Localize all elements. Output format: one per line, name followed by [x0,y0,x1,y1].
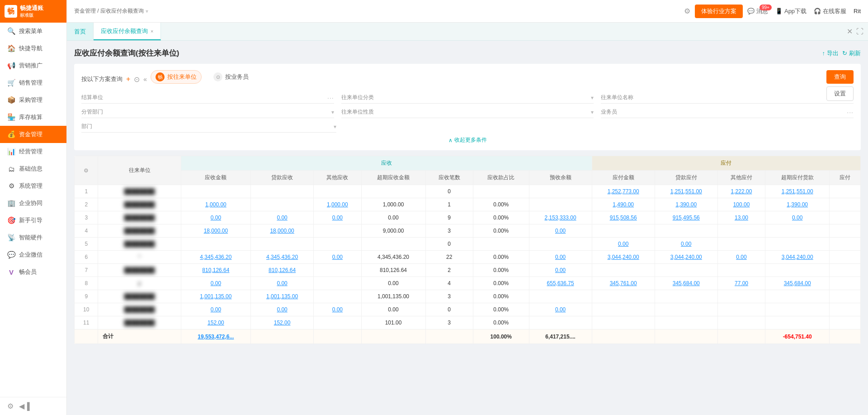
collapse-filter-button[interactable]: ∧ 收起更多条件 [448,136,487,144]
filter-field-salesperson[interactable]: 业务员 ··· [601,108,854,118]
sidebar-item-enterprise[interactable]: 🏢 企业协同 [0,195,66,212]
loan-ap-cell [655,224,717,238]
filter-field-partner-name[interactable]: 往来单位名称 [601,94,854,104]
partner-category-arrow-icon: ▾ [591,95,594,101]
sidebar-item-label: 经营管理 [19,148,42,156]
sidebar-item-guide[interactable]: 🎯 新手引导 [0,212,66,229]
overdue-ap-cell [765,316,830,329]
table-row: 4 ████████ 18,000.00 18,000.00 9,000.00 … [75,224,861,238]
loan-ar-cell: 810,126.64 [251,264,314,277]
app-download-button[interactable]: 📱 App下载 [775,7,807,15]
sidebar-item-hardware[interactable]: 📡 智能硬件 [0,229,66,246]
ar-amount-cell: 810,126.64 [181,264,250,277]
loan-ap-cell: 0.00 [655,238,717,251]
cta-button[interactable]: 体验行业方案 [695,5,743,18]
tab-close-icon[interactable]: × [151,29,153,34]
query-button[interactable]: 查询 [826,70,854,84]
ar-count-header: 应收笔数 [425,171,473,185]
partner-nature-input[interactable] [379,109,590,115]
ar-pct-cell [473,238,529,251]
sidebar-item-inventory[interactable]: 🏪 库存核算 [0,109,66,126]
filter-option-salesperson[interactable]: ⊙ 按业务员 [209,70,253,84]
row-num-7: 7 [75,264,98,277]
department-input[interactable] [119,124,332,130]
ap2-cell [830,251,861,264]
partner-nature-label: 往来单位性质 [341,108,377,116]
filter-field-dept[interactable]: 分管部门 ▾ [81,108,334,118]
settings-col-header[interactable]: ⚙ [75,156,98,185]
tab-home[interactable]: 首页 [67,23,94,40]
other-ar-cell [314,316,361,329]
footer-ar-pct: 100.00% [473,329,529,344]
tab-ar-label: 应收应付余额查询 [101,27,148,35]
filter-field-partner-category[interactable]: 往来单位分类 ▾ [341,94,594,104]
partner-name-cell: ████████ [98,316,181,329]
filter-rows: 结算单位 ··· 往来单位分类 ▾ 往来单位名称 分管部门 [81,94,854,133]
ap-amount-cell: 1,252,773.00 [592,185,655,198]
sidebar-item-search[interactable]: 🔍 搜索菜单 [0,23,66,40]
filter-option-partner[interactable]: 畅 按往来单位 [151,70,202,84]
settlement-input[interactable] [119,95,326,101]
breadcrumb-text: 资金管理 / 应收应付余额查询 [74,7,144,15]
operations-icon: 📊 [7,148,15,156]
overdue-ar-cell: 810,126.64 [361,264,425,277]
overdue-ap-header: 超期应付货款 [765,171,830,185]
overdue-ar-cell: 0.00 [361,277,425,290]
settings-button[interactable]: 设置 [826,86,854,101]
tab-ar-query[interactable]: 应收应付余额查询 × [94,23,161,40]
sidebar-item-operations[interactable]: 📊 经营管理 [0,143,66,160]
refresh-icon: ↻ [842,50,847,57]
sidebar-item-purchase[interactable]: 📦 采购管理 [0,91,66,109]
ar-pct-cell: 0.00% [473,264,529,277]
collapse-sidebar-icon[interactable]: ◀▐ [19,402,29,410]
user-name[interactable]: Rit [854,8,861,14]
filter-row-1: 结算单位 ··· 往来单位分类 ▾ 往来单位名称 [81,94,854,104]
filter-field-department[interactable]: 部门 ▾ [81,123,336,133]
ar-amount-cell [181,238,250,251]
refresh-button[interactable]: ↻ 刷新 [842,49,861,57]
partner-category-input[interactable] [379,95,590,101]
dept-input[interactable] [119,109,330,115]
sidebar-item-finance[interactable]: 💰 资金管理 [0,126,66,143]
footer-ar-total: 19,553,472,6... [181,329,250,344]
filter-add-icon[interactable]: + [126,75,130,83]
ap2-cell [830,264,861,277]
settings-bottom-icon[interactable]: ⚙ [7,402,14,410]
sidebar-item-marketing[interactable]: 📢 营销推广 [0,57,66,74]
basic-icon: 🗂 [7,165,15,173]
message-button[interactable]: 💬 消息 99+ [747,7,768,15]
sidebar-item-wechat[interactable]: 💬 企业微信 [0,246,66,263]
salesperson-input[interactable] [639,109,845,115]
other-ap-cell [717,224,765,238]
sidebar-item-system[interactable]: ⚙ 系统管理 [0,177,66,195]
sidebar-item-basic[interactable]: 🗂 基础信息 [0,160,66,177]
ap-amount-cell [592,316,655,329]
sidebar-item-member[interactable]: V 畅会员 [0,263,66,281]
filter-config-icon[interactable]: ⊙ [134,75,140,84]
filter-collapse-icon[interactable]: « [143,76,147,83]
filter-field-partner-nature[interactable]: 往来单位性质 ▾ [341,108,594,118]
loan-ap-cell: 3,044,240.00 [655,251,717,264]
partner-name-cell: ████████ [98,211,181,224]
table-group-header-row: ⚙ 往来单位 应收 应付 [75,156,861,171]
loan-ar-header: 贷款应收 [251,171,314,185]
header-gear-icon[interactable]: ⚙ [684,7,690,15]
ar-pct-cell [473,185,529,198]
sidebar-item-sales[interactable]: 🛒 销售管理 [0,74,66,91]
ap-amount-cell [592,224,655,238]
other-ar-cell [314,290,361,303]
overdue-ap-cell: 3,044,240.00 [765,251,830,264]
data-table: ⚙ 往来单位 应收 应付 应收金额 贷款应收 其他应收 超期应收金额 应收笔数 … [74,156,861,344]
search-icon: 🔍 [7,27,15,35]
filter-option-salesperson-label: 按业务员 [225,73,249,81]
close-window-icon[interactable]: ✕ [847,27,853,36]
other-ap-cell [717,303,765,316]
export-label: 导出 [827,49,839,57]
export-button[interactable]: ↑ 导出 [822,49,839,57]
maximize-window-icon[interactable]: ⛶ [856,28,863,36]
filter-field-settlement[interactable]: 结算单位 ··· [81,94,334,104]
sidebar-item-nav[interactable]: 🏠 快捷导航 [0,40,66,57]
online-service-button[interactable]: 🎧 在线客服 [814,7,846,15]
prepay-cell: 655,636.75 [529,277,592,290]
row-num-9: 9 [75,290,98,303]
